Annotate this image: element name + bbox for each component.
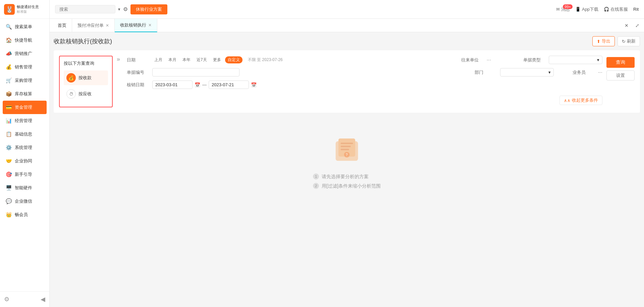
sidebar-item-label: 搜索菜单 [15, 24, 32, 30]
gear-icon[interactable]: ⚙ [123, 6, 128, 12]
svg-text:?: ? [346, 153, 348, 157]
sidebar-item-search[interactable]: 🔍 搜索菜单 [0, 20, 49, 34]
finance-icon: 💳 [5, 104, 12, 111]
sidebar-item-marketing[interactable]: 📣 营销推广 [0, 47, 49, 60]
sidebar-item-enterprise[interactable]: 🤝 企业协同 [0, 154, 49, 168]
calendar-end-icon[interactable]: 📅 [251, 82, 257, 88]
sidebar-item-inventory[interactable]: 📦 库存核算 [0, 87, 49, 101]
logo-icon: 🐰 [4, 4, 15, 15]
svg-rect-3 [341, 146, 351, 147]
settings-icon[interactable]: ⚙ [4, 296, 9, 303]
tab-home[interactable]: 首页 [52, 19, 72, 32]
search-menu-icon: 🔍 [5, 23, 12, 30]
filter-row-3: 核销日期 📅 — 📅 [127, 81, 602, 89]
business-icon: 📊 [5, 117, 12, 124]
filter-row-1: 日期 上月 本月 本年 近7天 更多 自定义 不限 至 2023-07-26 [127, 56, 602, 64]
filter-receipt-label: 按收款 [78, 75, 92, 81]
sidebar-item-wechat[interactable]: 💬 企业微信 [0, 195, 49, 208]
sidebar-item-purchase[interactable]: 🛒 采购管理 [0, 74, 49, 87]
online-service-button[interactable]: 🎧 在线客服 [604, 6, 628, 12]
doc-no-input[interactable] [152, 68, 239, 76]
tab-expand-icon[interactable]: ⤢ [633, 21, 641, 30]
tab-collection[interactable]: 收款核销执行 ✕ [115, 19, 157, 32]
sidebar-item-label: 畅会员 [15, 212, 28, 218]
sidebar-item-label: 资金管理 [15, 104, 32, 110]
tab-prepay-close-icon[interactable]: ✕ [106, 23, 109, 28]
empty-tips: 1 请先选择要分析的方案 2 用[过滤]条件来缩小分析范围 [313, 172, 381, 191]
sidebar: 🐰 畅捷通好生意 标准版 🔍 搜索菜单 🏠 快捷导航 📣 营销推广 💰 销售管理… [0, 0, 50, 307]
wechat-icon: 💬 [5, 198, 12, 205]
date-last-month[interactable]: 上月 [152, 56, 164, 63]
verify-date-end-input[interactable] [209, 81, 249, 89]
tab-prepay[interactable]: 预付冲应付单 ✕ [72, 19, 115, 32]
sidebar-item-sales[interactable]: 💰 销售管理 [0, 60, 49, 74]
app-logo: 🐰 畅捷通好生意 标准版 [0, 0, 49, 19]
verify-date-label: 核销日期 [127, 82, 147, 88]
verify-date-start-input[interactable] [152, 81, 193, 89]
home-icon: 🏠 [5, 37, 12, 44]
sidebar-item-guide[interactable]: 🎯 新手引导 [0, 168, 49, 181]
app-download-button[interactable]: 📱 App下载 [575, 6, 598, 12]
filter-by-receivable[interactable]: ⏱ 按应收 [64, 87, 108, 101]
empty-state: ? 1 请先选择要分析的方案 2 用[过滤]条件来缩小分析范围 [54, 113, 640, 211]
member-icon: 👑 [5, 211, 12, 218]
calendar-start-icon[interactable]: 📅 [195, 82, 200, 88]
sidebar-item-label: 新手引导 [15, 171, 32, 177]
doc-type-select[interactable]: ▾ [549, 56, 602, 64]
date-shortcuts: 上月 本月 本年 近7天 更多 自定义 [152, 56, 243, 63]
search-dropdown-icon[interactable]: ▾ [118, 7, 120, 12]
message-icon: ✉ [556, 7, 560, 12]
app-name: 畅捷通好生意 [17, 4, 39, 9]
date-label: 日期 [127, 57, 147, 63]
industry-solution-button[interactable]: 休验行业方案 [130, 4, 167, 14]
sidebar-item-basic-info[interactable]: 📋 基础信息 [0, 127, 49, 141]
filter-scheme-selector: 按以下方案查询 💰 按收款 ⏱ 按应收 [59, 56, 113, 107]
query-button[interactable]: 查询 [606, 57, 635, 68]
date-no-limit-label: 不限 至 2023-07-26 [248, 57, 283, 63]
sidebar-item-quick-nav[interactable]: 🏠 快捷导航 [0, 34, 49, 47]
sidebar-item-finance[interactable]: 💳 资金管理 [3, 101, 47, 114]
filter-fields: 日期 上月 本月 本年 近7天 更多 自定义 不限 至 2023-07-26 [127, 56, 602, 107]
sidebar-item-business[interactable]: 📊 经营管理 [0, 114, 49, 127]
staff-selector[interactable]: ··· [598, 69, 602, 75]
sidebar-item-hardware[interactable]: 🖥️ 智能硬件 [0, 181, 49, 195]
sidebar-item-label: 企业微信 [15, 198, 32, 204]
guide-icon: 🎯 [5, 171, 12, 178]
message-button[interactable]: ✉ 消息 99+ [556, 6, 570, 12]
sidebar-item-label: 营销推广 [15, 51, 32, 57]
tab-collection-close-icon[interactable]: ✕ [148, 23, 152, 28]
header-left: ▾ ⚙ 休验行业方案 [55, 4, 167, 14]
sidebar-item-label: 销售管理 [15, 64, 32, 70]
phone-icon: 📱 [575, 7, 581, 12]
expand-conditions-button[interactable]: ∧∧ 收起更多条件 [559, 96, 602, 105]
sales-icon: 💰 [5, 64, 12, 70]
tip-item-2: 2 用[过滤]条件来缩小分析范围 [313, 181, 381, 191]
filter-actions: 查询 设置 [606, 56, 635, 107]
sidebar-bottom: ⚙ ◀ [0, 291, 49, 307]
filter-by-receipt[interactable]: 💰 按收款 [64, 70, 108, 85]
user-name[interactable]: Rit [633, 7, 639, 12]
date-custom[interactable]: 自定义 [225, 56, 243, 63]
sidebar-item-system[interactable]: ⚙️ 系统管理 [0, 141, 49, 154]
global-search-input[interactable] [55, 5, 115, 13]
vendor-selector[interactable]: ··· [487, 57, 491, 63]
dept-select[interactable]: ▾ [500, 68, 554, 76]
tip-text-2: 用[过滤]条件来缩小分析范围 [322, 181, 381, 191]
date-more[interactable]: 更多 [211, 56, 223, 63]
collapse-filter-icon[interactable]: » [114, 56, 123, 63]
page-actions: ⬆ 导出 ↻ 刷新 [592, 36, 640, 46]
svg-rect-2 [341, 143, 353, 144]
sidebar-item-member[interactable]: 👑 畅会员 [0, 208, 49, 221]
page-title: 收款核销执行(按收款) [54, 37, 112, 45]
settings-button[interactable]: 设置 [606, 70, 635, 81]
collapse-icon: ∧∧ [564, 98, 571, 103]
date-7days[interactable]: 近7天 [195, 56, 209, 63]
refresh-button[interactable]: ↻ 刷新 [618, 36, 640, 46]
headset-icon: 🎧 [604, 7, 609, 12]
collapse-sidebar-icon[interactable]: ◀ [41, 296, 45, 303]
tab-close-all-icon[interactable]: ✕ [623, 21, 631, 30]
date-this-year[interactable]: 本年 [180, 56, 193, 63]
date-this-month[interactable]: 本月 [166, 56, 178, 63]
sidebar-item-label: 采购管理 [15, 78, 32, 84]
export-button[interactable]: ⬆ 导出 [592, 36, 615, 46]
